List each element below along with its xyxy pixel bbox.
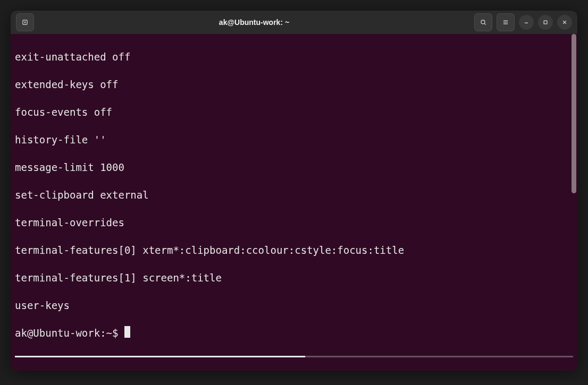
cursor: [124, 326, 130, 338]
scrollbar[interactable]: [570, 34, 577, 371]
titlebar: ak@Ubuntu-work: ~: [11, 11, 577, 34]
output-line: terminal-features[1] screen*:title: [15, 271, 573, 285]
search-button[interactable]: [474, 13, 492, 31]
output-line: message-limit 1000: [15, 160, 573, 174]
minimize-button[interactable]: [519, 15, 534, 30]
shell-prompt: ak@Ubuntu-work:~$: [15, 327, 124, 339]
maximize-button[interactable]: [538, 15, 553, 30]
svg-rect-9: [544, 21, 547, 24]
new-tab-button[interactable]: [16, 13, 34, 31]
output-line: history-file '': [15, 133, 573, 147]
window-title: ak@Ubuntu-work: ~: [38, 18, 470, 27]
prompt-line: ak@Ubuntu-work:~$: [15, 326, 573, 340]
output-line: terminal-overrides: [15, 216, 573, 229]
close-button[interactable]: [557, 15, 572, 30]
scrollbar-thumb[interactable]: [572, 34, 576, 193]
svg-line-4: [484, 23, 486, 25]
output-line: set-clipboard external: [15, 188, 573, 202]
terminal-content[interactable]: exit-unattached off extended-keys off fo…: [11, 34, 577, 371]
pane-divider[interactable]: [15, 356, 573, 359]
terminal-window: ak@Ubuntu-work: ~ exit-unattached off ex…: [11, 11, 577, 371]
output-line: extended-keys off: [15, 78, 573, 91]
svg-point-3: [481, 20, 485, 24]
hamburger-menu-button[interactable]: [497, 13, 515, 31]
output-line: user-keys: [15, 298, 573, 312]
output-line: terminal-features[0] xterm*:clipboard:cc…: [15, 243, 573, 257]
output-line: focus-events off: [15, 105, 573, 119]
output-line: exit-unattached off: [15, 50, 573, 64]
